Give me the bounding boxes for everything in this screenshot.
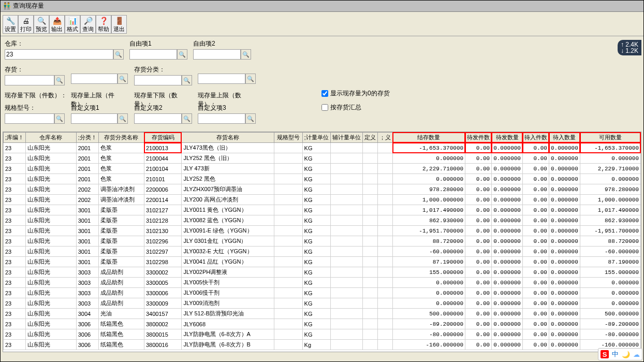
cell-wh_name: 山东阳光 xyxy=(26,288,77,298)
print-button[interactable]: 🖨打印 xyxy=(18,15,34,34)
col-aux_unit[interactable]: 辅计量单位 xyxy=(330,133,362,143)
data-table: ;库编！仓库名称;分类！存货分类名称存货编码存货名称规格型号;计量单位辅计量单位… xyxy=(3,132,641,350)
ime-zhong-icon[interactable]: 中 xyxy=(612,350,619,359)
custom1-input[interactable] xyxy=(71,113,118,124)
table-row[interactable]: 23山东阳光2001色浆2100044JLY252 黑色（旧）KG0.00000… xyxy=(4,153,641,164)
table-row[interactable]: 23山东阳光3001柔版墨3102297JLY0032-E 大红（YGGN）KG… xyxy=(4,247,641,257)
col-in_pcs[interactable]: 待入件数 xyxy=(522,133,549,143)
data-table-wrap[interactable]: ;库编！仓库名称;分类！存货分类名称存货编码存货名称规格型号;计量单位辅计量单位… xyxy=(3,132,641,352)
warehouse-lookup-button[interactable]: 🔍 xyxy=(113,49,124,60)
col-d2[interactable]: ；义 xyxy=(377,133,392,143)
help-button[interactable]: ❓帮助 xyxy=(96,15,111,34)
table-row[interactable]: 23山东阳光3004光油3400157JLY 512-B防滑预印光油KG500.… xyxy=(4,309,641,319)
stock-lookup2-button[interactable]: 🔍 xyxy=(118,74,128,84)
cell-inv_name: JLY 473新 xyxy=(182,164,274,174)
table-row[interactable]: 23山东阳光2001色浆2100104JLY 473新KG2,229.71000… xyxy=(4,164,641,174)
cell-d2 xyxy=(377,247,392,257)
col-inv_code[interactable]: 存货编码 xyxy=(144,133,182,143)
table-row[interactable]: 23山东阳光3001柔版墨3102298JLY0041 品红（YGGN）KG87… xyxy=(4,257,641,267)
cell-inv_name: JLY002PH调整液 xyxy=(182,267,274,278)
settings-button[interactable]: 🔧设置 xyxy=(3,15,18,34)
col-cat_code[interactable]: ;分类！ xyxy=(76,133,98,143)
table-row[interactable]: 23山东阳光3006纸箱黑色3800015JLY防静电黑（6-8次方）AKG-8… xyxy=(4,329,641,340)
custom2-lookup-button[interactable]: 🔍 xyxy=(182,113,192,124)
col-send_pcs[interactable]: 待发件数 xyxy=(465,133,492,143)
cell-d1 xyxy=(362,329,377,340)
table-row[interactable]: 23山东阳光3003成品助剂3300009JLY009消泡剂KG0.000000… xyxy=(4,298,641,309)
table-row[interactable]: 23山东阳光2002调墨油冲淡剂2200114JLY200 高网点冲淡剂KG1,… xyxy=(4,195,641,205)
col-wh_code[interactable]: ;库编！ xyxy=(4,133,26,143)
cell-inv_code: 3800016 xyxy=(144,340,182,350)
stock-input[interactable] xyxy=(5,75,54,85)
table-row[interactable]: 23山东阳光3006纸箱黑色3800002JLY6068KG-89.200000… xyxy=(4,319,641,329)
ime-bar[interactable]: S 中 🌙 ☁ xyxy=(598,348,642,360)
table-row[interactable]: 23山东阳光3003成品助剂3300005JLY005快干剂KG0.000000… xyxy=(4,278,641,288)
cell-in_qty: 0.000000 xyxy=(549,340,580,350)
export-button[interactable]: 📤输出 xyxy=(49,15,65,34)
table-row[interactable]: 23山东阳光3001柔版墨3102127JLY0011 黄色（YGGN）KG1,… xyxy=(4,205,641,215)
cell-wh_name: 山东阳光 xyxy=(26,226,77,236)
cell-avail_qty: -89.200000 xyxy=(580,319,640,329)
cell-spec xyxy=(274,267,303,278)
stock-cat-lookup-button[interactable]: 🔍 xyxy=(182,75,192,85)
cell-d1 xyxy=(362,288,377,298)
by-stock-checkbox[interactable] xyxy=(321,104,328,111)
col-inv_name[interactable]: 存货名称 xyxy=(182,133,274,143)
custom1-lookup-button[interactable]: 🔍 xyxy=(118,113,128,124)
warehouse-input[interactable] xyxy=(5,49,113,60)
cell-send_pcs: 0.00 xyxy=(465,236,492,247)
query-button[interactable]: 🔎查询 xyxy=(80,15,96,34)
table-row[interactable]: 23山东阳光3006纸箱黑色3800016JLY防静电黑（6-8次方）BKg-1… xyxy=(4,340,641,350)
exit-button[interactable]: 🚪退出 xyxy=(111,15,127,34)
col-wh_name[interactable]: 仓库名称 xyxy=(26,133,77,143)
free1-input[interactable] xyxy=(129,49,177,60)
cell-send_qty: 0.000000 xyxy=(492,174,523,184)
cell-d2 xyxy=(377,329,392,340)
format-button[interactable]: 📊格式 xyxy=(65,15,80,34)
custom3-input[interactable] xyxy=(198,113,245,124)
by-stock-checkbox-label[interactable]: 按存货汇总 xyxy=(321,103,390,112)
col-avail_qty[interactable]: 可用数量 xyxy=(580,133,640,143)
table-row[interactable]: 23山东阳光2001色浆210101JLY252 黑色KG0.0000000.0… xyxy=(4,174,641,184)
table-row[interactable]: 23山东阳光2001色浆2100013JLY473黑色（旧）KG-1,653.3… xyxy=(4,143,641,153)
cell-stock_qty: -160.000000 xyxy=(392,340,465,350)
cell-aux_unit xyxy=(330,195,362,205)
table-row[interactable]: 23山东阳光3003成品助剂3300002JLY002PH调整液KG155.00… xyxy=(4,267,641,278)
free2-input[interactable] xyxy=(193,49,241,60)
stock-input2[interactable] xyxy=(71,74,118,84)
col-stock_qty[interactable]: 结存数量 xyxy=(392,133,465,143)
free2-lookup-button[interactable]: 🔍 xyxy=(241,49,251,60)
table-row[interactable]: 23山东阳光3003成品助剂3300006JLY006慢干剂KG0.000000… xyxy=(4,288,641,298)
col-unit[interactable]: ;计量单位 xyxy=(302,133,330,143)
col-d1[interactable]: 定义 xyxy=(362,133,377,143)
col-in_qty[interactable]: 待入数量 xyxy=(549,133,580,143)
cell-d2 xyxy=(377,267,392,278)
custom2-input[interactable] xyxy=(134,113,182,124)
spec-input[interactable] xyxy=(5,113,54,124)
custom3-lookup-button[interactable]: 🔍 xyxy=(245,113,256,124)
ime-moon-icon[interactable]: 🌙 xyxy=(622,351,630,358)
show-zero-checkbox-label[interactable]: 显示现存量为0的存货 xyxy=(321,89,390,98)
free1-lookup-button[interactable]: 🔍 xyxy=(177,49,187,60)
stock-cat-input[interactable] xyxy=(134,75,182,85)
table-row[interactable]: 23山东阳光3001柔版墨3102130JLY0091-E 绿色（YGGN）KG… xyxy=(4,226,641,236)
spec-lookup-button[interactable]: 🔍 xyxy=(54,113,65,124)
stock-cat-lookup2-button[interactable]: 🔍 xyxy=(245,74,256,84)
col-spec[interactable]: 规格型号 xyxy=(274,133,303,143)
show-zero-checkbox[interactable] xyxy=(321,90,328,97)
cell-aux_unit xyxy=(330,236,362,247)
table-row[interactable]: 23山东阳光3001柔版墨3102296JLY 0301金红（YGGN）KG88… xyxy=(4,236,641,247)
stock-lookup-button[interactable]: 🔍 xyxy=(54,75,65,85)
table-row[interactable]: 23山东阳光2002调墨油冲淡剂2200006JLYZHX007预印调墨油KG9… xyxy=(4,184,641,195)
cell-send_qty: 0.000000 xyxy=(492,340,523,350)
stock-cat-input2[interactable] xyxy=(198,74,245,84)
table-row[interactable]: 23山东阳光3001柔版墨3102128JLY0082 蓝色（YGGN）KG86… xyxy=(4,215,641,226)
col-cat_name[interactable]: 存货分类名称 xyxy=(98,133,144,143)
cell-inv_code: 3102127 xyxy=(144,205,182,215)
cell-in_qty: 0.000000 xyxy=(549,226,580,236)
app-icon: 👬 xyxy=(3,2,11,10)
col-send_qty[interactable]: 待发数量 xyxy=(492,133,523,143)
cell-inv_name: JLY0011 黄色（YGGN） xyxy=(182,205,274,215)
preview-button[interactable]: 🔍预览 xyxy=(34,15,49,34)
ime-cloud-icon[interactable]: ☁ xyxy=(633,351,640,358)
